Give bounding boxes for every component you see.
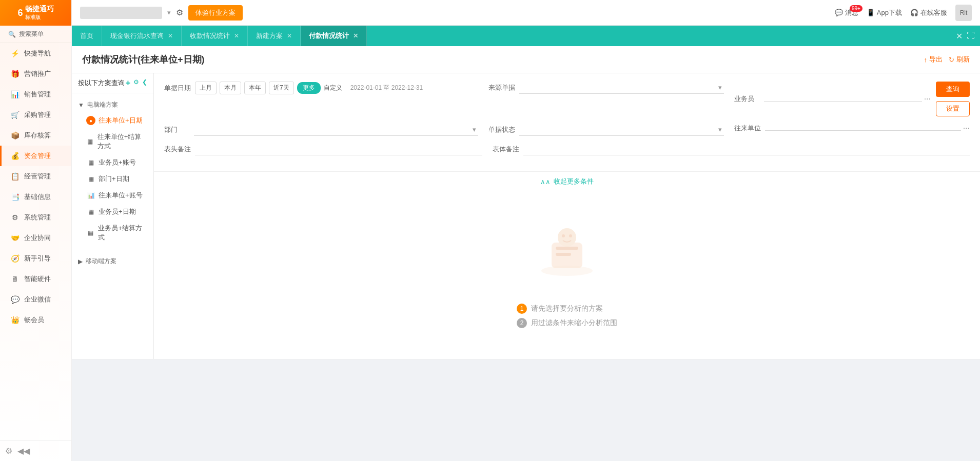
scheme-settings-icon[interactable]: ⚙ bbox=[133, 78, 139, 88]
section-arrow-right: ▶ bbox=[78, 258, 83, 265]
scheme-item-partner-date[interactable]: ● 往来单位+日期 bbox=[72, 112, 153, 129]
export-btn[interactable]: ↑ 导出 bbox=[924, 55, 943, 64]
partner-select[interactable] bbox=[765, 126, 961, 131]
scheme-item-label: 部门+日期 bbox=[99, 174, 129, 184]
search-icon: 🔍 bbox=[8, 31, 16, 38]
app-download-icon: 📱 bbox=[867, 9, 875, 16]
dept-chevron-icon: ▾ bbox=[473, 126, 476, 133]
tab-home[interactable]: 首页 bbox=[72, 26, 102, 46]
sidebar-item-business[interactable]: 📋 经营管理 bbox=[0, 166, 71, 187]
scheme-section-desktop-title[interactable]: ▼ 电脑端方案 bbox=[72, 97, 153, 112]
refresh-btn[interactable]: ↻ 刷新 bbox=[949, 55, 970, 64]
scheme-panel: 按以下方案查询 + ⚙ ❮ ▼ 电脑端方案 ● 往来单位+日期 bbox=[72, 73, 154, 359]
date-btn-7days[interactable]: 近7天 bbox=[269, 82, 294, 94]
topbar: ▾ ⚙ 体验行业方案 💬 消息 99+ 📱 App下载 🎧 在线客服 Rit bbox=[72, 0, 980, 26]
tab-receivables[interactable]: 收款情况统计 ✕ bbox=[182, 26, 248, 46]
message-btn[interactable]: 💬 消息 99+ bbox=[835, 8, 858, 17]
topbar-dropdown-icon[interactable]: ▾ bbox=[167, 9, 171, 16]
member-icon: 👑 bbox=[10, 315, 20, 325]
filter-field-body-note: 表体备注 bbox=[493, 143, 970, 155]
sidebar-item-label: 畅会员 bbox=[24, 315, 44, 325]
sidebar: 6 畅捷通巧 标准版 🔍 搜索菜单 ⚡ 快捷导航 🎁 营销推广 📊 销售管理 🛒… bbox=[0, 0, 72, 461]
sidebar-item-member[interactable]: 👑 畅会员 bbox=[0, 310, 71, 330]
collab-icon: 🤝 bbox=[10, 233, 20, 243]
topbar-logo-placeholder bbox=[80, 7, 162, 19]
sidebar-item-hardware[interactable]: 🖥 智能硬件 bbox=[0, 269, 71, 289]
inventory-icon: 📦 bbox=[10, 130, 20, 141]
scheme-item-staff-settle[interactable]: ▦ 业务员+结算方式 bbox=[72, 220, 153, 246]
tab-cashflow[interactable]: 现金银行流水查询 ✕ bbox=[102, 26, 182, 46]
scheme-add-icon[interactable]: + bbox=[126, 78, 130, 88]
svg-point-4 bbox=[558, 228, 576, 247]
source-select[interactable]: ▾ bbox=[519, 82, 724, 94]
tab-receivables-close[interactable]: ✕ bbox=[234, 32, 239, 39]
scheme-collapse-icon[interactable]: ❮ bbox=[142, 78, 147, 88]
query-btn[interactable]: 查询 bbox=[936, 82, 970, 97]
settings-bottom-icon[interactable]: ⚙ bbox=[5, 446, 12, 456]
sidebar-search-label: 搜索菜单 bbox=[19, 30, 44, 38]
scheme-item-staff-date[interactable]: ▦ 业务员+日期 bbox=[72, 204, 153, 220]
collapse-bar[interactable]: ∧∧ 收起更多条件 bbox=[154, 171, 980, 191]
avatar[interactable]: Rit bbox=[955, 5, 972, 21]
service-btn[interactable]: 🎧 在线客服 bbox=[910, 8, 947, 17]
topbar-gear-icon[interactable]: ⚙ bbox=[176, 8, 183, 17]
partner-label: 往来单位 bbox=[734, 124, 761, 133]
source-chevron-icon: ▾ bbox=[718, 84, 722, 91]
collapse-sidebar-icon[interactable]: ◀◀ bbox=[17, 446, 30, 456]
settings-btn[interactable]: 设置 bbox=[936, 101, 970, 116]
sidebar-item-finance[interactable]: 💰 资金管理 bbox=[0, 146, 71, 166]
sales-icon: 📊 bbox=[10, 89, 20, 99]
sidebar-item-basic[interactable]: 📑 基础信息 bbox=[0, 187, 71, 207]
tab-new-scheme[interactable]: 新建方案 ✕ bbox=[248, 26, 301, 46]
sidebar-item-guide[interactable]: 🧭 新手引导 bbox=[0, 248, 71, 269]
scheme-item-partner-account[interactable]: 📊 往来单位+账号 bbox=[72, 187, 153, 204]
scheme-header-icons: + ⚙ ❮ bbox=[126, 78, 147, 88]
sidebar-item-wechat[interactable]: 💬 企业微信 bbox=[0, 289, 71, 310]
tab-payment-close[interactable]: ✕ bbox=[353, 32, 358, 39]
date-btn-more[interactable]: 更多 bbox=[297, 82, 321, 94]
body-note-input[interactable] bbox=[523, 143, 970, 155]
filter-row-3: 表头备注 表体备注 bbox=[164, 143, 970, 155]
header-note-input[interactable] bbox=[195, 143, 482, 155]
close-all-tabs-icon[interactable]: ✕ bbox=[956, 31, 963, 41]
app-download-btn[interactable]: 📱 App下载 bbox=[867, 8, 902, 17]
dept-select[interactable]: ▾ bbox=[194, 124, 478, 136]
scheme-grid-icon: ▦ bbox=[86, 228, 95, 237]
scheme-item-staff-account[interactable]: ▦ 业务员+账号 bbox=[72, 154, 153, 171]
trial-btn[interactable]: 体验行业方案 bbox=[188, 5, 243, 21]
staff-more-icon[interactable]: ··· bbox=[924, 94, 931, 104]
sidebar-item-label: 资金管理 bbox=[24, 151, 51, 161]
sidebar-item-label: 智能硬件 bbox=[24, 274, 51, 284]
date-label: 单据日期 bbox=[164, 84, 191, 93]
refresh-label: 刷新 bbox=[956, 55, 970, 64]
tab-payment[interactable]: 付款情况统计 ✕ bbox=[301, 26, 367, 46]
date-btn-this-year[interactable]: 本年 bbox=[244, 82, 266, 94]
date-btn-last-month[interactable]: 上月 bbox=[195, 82, 217, 94]
scheme-item-dept-date[interactable]: ▦ 部门+日期 bbox=[72, 171, 153, 187]
date-btn-this-month[interactable]: 本月 bbox=[220, 82, 241, 94]
scheme-item-partner-settle[interactable]: ▦ 往来单位+结算方式 bbox=[72, 129, 153, 154]
section-title-label: 移动端方案 bbox=[86, 257, 116, 266]
body-note-label: 表体备注 bbox=[493, 145, 519, 154]
tab-new-scheme-close[interactable]: ✕ bbox=[287, 32, 292, 39]
date-custom-label[interactable]: 自定义 bbox=[324, 84, 342, 92]
scheme-section-mobile-title[interactable]: ▶ 移动端方案 bbox=[72, 254, 153, 269]
sidebar-item-system[interactable]: ⚙ 系统管理 bbox=[0, 207, 71, 228]
sidebar-item-label: 经营管理 bbox=[24, 172, 51, 181]
doc-status-select[interactable]: ▾ bbox=[519, 124, 724, 136]
refresh-icon: ↻ bbox=[949, 56, 954, 64]
expand-icon[interactable]: ⛶ bbox=[967, 31, 975, 41]
sidebar-item-inventory[interactable]: 📦 库存核算 bbox=[0, 125, 71, 146]
sidebar-item-collab[interactable]: 🤝 企业协同 bbox=[0, 228, 71, 248]
sidebar-bottom: ⚙ ◀◀ bbox=[0, 440, 71, 461]
doc-status-chevron-icon: ▾ bbox=[718, 126, 722, 133]
empty-tip-1: 1 请先选择要分析的方案 bbox=[517, 304, 617, 314]
sidebar-item-marketing[interactable]: 🎁 营销推广 bbox=[0, 64, 71, 84]
sidebar-item-purchase[interactable]: 🛒 采购管理 bbox=[0, 105, 71, 125]
partner-more-icon[interactable]: ··· bbox=[963, 124, 970, 133]
sidebar-search[interactable]: 🔍 搜索菜单 bbox=[0, 26, 71, 43]
sidebar-item-quick-nav[interactable]: ⚡ 快捷导航 bbox=[0, 43, 71, 64]
sidebar-item-sales[interactable]: 📊 销售管理 bbox=[0, 84, 71, 105]
staff-select[interactable] bbox=[764, 97, 922, 102]
tab-cashflow-close[interactable]: ✕ bbox=[168, 32, 173, 39]
